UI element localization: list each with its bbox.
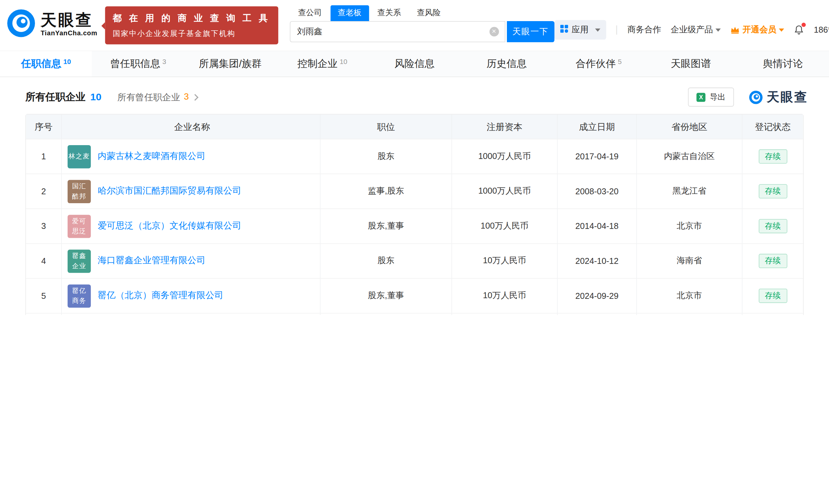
- export-label: 导出: [710, 92, 725, 102]
- page-tab[interactable]: 历史信息: [461, 51, 553, 77]
- page-tab-count: 3: [163, 57, 166, 65]
- date-cell: 2024-10-12: [558, 244, 637, 278]
- province-cell: 北京市: [637, 279, 743, 313]
- province-cell: 海南省: [637, 244, 743, 278]
- table-body: 1 林之麦 内蒙古林之麦啤酒有限公司 股东 1000万人民币 2017-04-1…: [26, 139, 803, 315]
- company-logo: 林之麦: [68, 145, 91, 168]
- column-header: 注册资本: [452, 114, 558, 139]
- tianyancha-logo-icon: [6, 9, 36, 40]
- vip-button[interactable]: 开通会员: [730, 25, 784, 36]
- former-positions-link[interactable]: 所有曾任职企业 3: [117, 91, 197, 103]
- promo-line2: 国家中小企业发展子基金旗下机构: [113, 29, 270, 39]
- search-type-tabs: 查公司查老板查关系查风险: [290, 5, 554, 21]
- position-cell: 股东,董事: [320, 209, 452, 243]
- search-tab[interactable]: 查关系: [370, 5, 408, 21]
- page-tab[interactable]: 控制企业10: [276, 51, 368, 77]
- apps-label: 应用: [572, 25, 588, 36]
- watermark-logo: 天眼查: [749, 89, 808, 106]
- tianyancha-logo-icon: [749, 90, 763, 104]
- top-header: 天眼查 TianYanCha.com 都 在 用 的 商 业 查 询 工 具 国…: [0, 0, 829, 51]
- page-tab-label: 风险信息: [394, 57, 435, 71]
- date-cell: 2014-04-18: [558, 209, 637, 243]
- section-title: 所有任职企业: [26, 90, 85, 104]
- capital-cell: 10万人民币: [452, 313, 558, 315]
- status-badge: 存续: [758, 184, 787, 198]
- section-title-count: 10: [91, 91, 102, 103]
- row-index: 1: [26, 139, 62, 173]
- company-name-link[interactable]: 罂亿（北京）商务管理有限公司: [98, 289, 223, 303]
- column-header: 成立日期: [558, 114, 637, 139]
- page-tab-label: 舆情讨论: [763, 57, 803, 71]
- position-cell: 监事,股东: [320, 174, 452, 208]
- page-tab[interactable]: 任职信息10: [0, 51, 92, 77]
- province-cell: 北京市: [637, 209, 743, 243]
- capital-cell: 10万人民币: [452, 244, 558, 278]
- province-cell: 黑龙江省: [637, 174, 743, 208]
- page-tab[interactable]: 舆情讨论: [737, 51, 829, 77]
- apps-button[interactable]: 应用: [554, 20, 606, 40]
- company-logo: 罂亿 商务: [68, 284, 91, 307]
- chevron-down-icon: [595, 28, 600, 32]
- promo-line1: 都 在 用 的 商 业 查 询 工 具: [113, 12, 270, 25]
- date-cell: 2017-04-19: [558, 139, 637, 173]
- company-name-link[interactable]: 海口罂鑫企业管理有限公司: [98, 254, 205, 268]
- page-tab-label: 历史信息: [486, 57, 527, 71]
- table-header-row: 序号企业名称职位注册资本成立日期省份地区登记状态: [26, 114, 803, 139]
- company-logo: 罂鑫 企业: [68, 249, 91, 272]
- row-index: 3: [26, 209, 62, 243]
- page-tab-label: 曾任职信息: [110, 57, 160, 71]
- row-index: 6: [26, 313, 62, 315]
- position-cell: 股东,董事: [320, 279, 452, 313]
- nav-business-coop[interactable]: 商务合作: [627, 25, 661, 36]
- column-header: 企业名称: [62, 114, 320, 139]
- status-badge: 存续: [758, 288, 787, 303]
- page-tab-label: 天眼图谱: [671, 57, 711, 71]
- table-row: 5 罂亿 商务 罂亿（北京）商务管理有限公司 股东,董事 10万人民币 2024…: [26, 278, 803, 313]
- search-tab[interactable]: 查老板: [330, 5, 369, 21]
- clear-search-icon[interactable]: ×: [489, 27, 499, 37]
- table-row: 4 罂鑫 企业 海口罂鑫企业管理有限公司 股东 10万人民币 2024-10-1…: [26, 243, 803, 278]
- company-name-link[interactable]: 内蒙古林之麦啤酒有限公司: [98, 149, 205, 163]
- export-button[interactable]: X 导出: [688, 88, 734, 107]
- notification-bell-icon[interactable]: [794, 25, 804, 36]
- page-tab-count: 10: [63, 57, 71, 65]
- search-tab[interactable]: 查公司: [291, 5, 329, 21]
- province-cell: 黑龙江省: [637, 313, 743, 315]
- page-tab[interactable]: 合作伙伴5: [553, 51, 645, 77]
- table-row: 1 林之麦 内蒙古林之麦啤酒有限公司 股东 1000万人民币 2017-04-1…: [26, 139, 803, 174]
- chevron-right-icon: [191, 94, 198, 100]
- page-tab-count: 5: [618, 57, 622, 65]
- page-tab[interactable]: 曾任职信息3: [92, 51, 184, 77]
- chevron-down-icon: [716, 28, 721, 32]
- company-name-link[interactable]: 爱可思泛（北京）文化传媒有限公司: [98, 219, 241, 233]
- promo-banner: 都 在 用 的 商 业 查 询 工 具 国家中小企业发展子基金旗下机构: [105, 6, 278, 44]
- phone-label: 186*...: [814, 25, 829, 35]
- capital-cell: 1000万人民币: [452, 139, 558, 173]
- row-index: 4: [26, 244, 62, 278]
- page-tab-label: 合作伙伴: [576, 57, 616, 71]
- row-index: 2: [26, 174, 62, 208]
- page-tab[interactable]: 所属集团/族群: [184, 51, 276, 77]
- date-cell: 2008-03-20: [558, 174, 637, 208]
- company-name-link[interactable]: 哈尔滨市国汇酷邦国际贸易有限公司: [98, 184, 241, 198]
- account-phone[interactable]: 186*...: [814, 25, 829, 35]
- brand-logo[interactable]: 天眼查 TianYanCha.com: [6, 9, 97, 40]
- search-input[interactable]: [290, 21, 505, 42]
- date-cell: 2018-06-15: [558, 313, 637, 315]
- former-positions-count: 3: [184, 92, 189, 102]
- vip-label: 开通会员: [743, 25, 776, 36]
- brand-name: 天眼查: [41, 11, 97, 29]
- province-cell: 内蒙古自治区: [637, 139, 743, 173]
- page-tab[interactable]: 天眼图谱: [645, 51, 737, 77]
- search-button[interactable]: 天眼一下: [507, 21, 554, 42]
- crown-icon: [730, 26, 740, 34]
- nav-enterprise-products[interactable]: 企业级产品: [671, 25, 721, 36]
- page-tab[interactable]: 风险信息: [368, 51, 460, 77]
- page-tab-label: 任职信息: [21, 57, 61, 71]
- page-tabs: 任职信息10曾任职信息3所属集团/族群控制企业10风险信息历史信息合作伙伴5天眼…: [0, 51, 829, 77]
- column-header: 序号: [26, 114, 62, 139]
- table-row: 2 国汇 酷邦 哈尔滨市国汇酷邦国际贸易有限公司 监事,股东 1000万人民币 …: [26, 173, 803, 208]
- search-tab[interactable]: 查风险: [409, 5, 448, 21]
- row-index: 5: [26, 279, 62, 313]
- enterprise-label: 企业级产品: [671, 25, 713, 36]
